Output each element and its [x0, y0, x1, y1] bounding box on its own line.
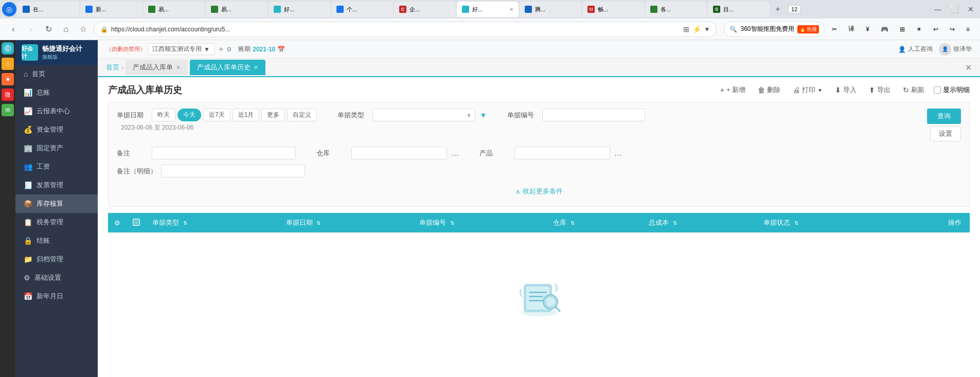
note-input[interactable] [152, 147, 296, 159]
yuan-tool[interactable]: ¥ [862, 22, 874, 37]
tab-item-2[interactable]: 新... [80, 2, 142, 17]
product-input[interactable] [514, 147, 610, 159]
delete-button[interactable]: 🗑 删除 [755, 83, 783, 97]
tab-item-8[interactable]: 好... ✕ [457, 2, 519, 17]
sidebar-item-closing[interactable]: 🔒 结账 [15, 231, 98, 250]
date-7days[interactable]: 近7天 [203, 109, 230, 121]
brightness-tool[interactable]: ☀ [912, 22, 926, 37]
refresh-button[interactable]: ↻ 刷新 [900, 83, 928, 97]
back-button[interactable]: ‹ [6, 22, 21, 37]
import-button[interactable]: ⬇ 导入 [832, 83, 860, 97]
page-tab-history[interactable]: 产成品入库单历史 ✕ [190, 60, 265, 75]
tab-list-close[interactable]: ✕ [176, 64, 181, 71]
tab-close-8[interactable]: ✕ [509, 7, 513, 12]
forward-nav[interactable]: ↪ [946, 22, 959, 37]
product-dots[interactable]: ... [614, 148, 622, 158]
page-tab-list[interactable]: 产成品入库单 ✕ [126, 60, 188, 75]
home-button[interactable]: ⌂ [59, 22, 73, 37]
new-tab-button[interactable]: + [771, 2, 785, 16]
grid-tool[interactable]: ⊞ [896, 22, 909, 37]
col-date[interactable]: 单据日期 ⇅ [280, 213, 414, 232]
sidebar-item-payroll[interactable]: 👥 工资 [15, 157, 98, 176]
tab-item-11[interactable]: 各... [645, 2, 707, 17]
export-button[interactable]: ⬆ 导出 [866, 83, 894, 97]
sidebar-item-fixed-asset[interactable]: 🏢 固定资产 [15, 139, 98, 157]
search-360[interactable]: 🔍 360智能抠图免费用 🔥 热搜 [724, 22, 825, 37]
tab-item-3[interactable]: 易... [143, 2, 205, 17]
col-no[interactable]: 单据编号 ⇅ [413, 213, 547, 232]
address-bar[interactable]: 🔒 https://cloud.chanjet.com/accounting/u… [94, 22, 717, 37]
org-selector[interactable]: 江西顺宝测试专用 ▼ [148, 43, 215, 55]
voucher-type-select[interactable] [372, 109, 475, 121]
show-detail-checkbox[interactable]: 显示明细 [934, 85, 970, 95]
tab-item-7[interactable]: C 企... [394, 2, 456, 17]
sidebar-item-archive[interactable]: 📁 归档管理 [15, 250, 98, 268]
calendar-icon[interactable]: 📅 [277, 46, 285, 53]
reload-button[interactable]: ↻ [41, 22, 56, 37]
extension-icon[interactable]: ⚡ [692, 25, 701, 33]
date-more[interactable]: 更多 [261, 109, 285, 121]
app-icon-weibo[interactable]: 微 [2, 88, 14, 101]
sidebar-item-cloud-report[interactable]: 📈 云报表中心 [15, 102, 98, 120]
sidebar-item-fund[interactable]: 💰 资金管理 [15, 120, 98, 139]
user-avatar[interactable]: 👤 徐泽华 [939, 43, 972, 56]
scissors-tool[interactable]: ✂ [828, 22, 841, 37]
forward-button[interactable]: › [24, 22, 38, 37]
dropdown-icon[interactable]: ▼ [704, 26, 710, 33]
query-button[interactable]: 查询 [927, 109, 961, 124]
restore-button[interactable]: ⬜ [947, 2, 961, 16]
col-checkbox[interactable] [127, 213, 146, 232]
tab-item-4[interactable]: 易... [206, 2, 268, 17]
bookmark-button[interactable]: ☆ [76, 22, 91, 37]
warehouse-input[interactable] [351, 147, 447, 159]
panel-close-button[interactable]: ✕ [965, 63, 972, 73]
app-icon-home[interactable]: ⌂ [2, 58, 14, 70]
sidebar-header[interactable]: 好会计 畅捷通好会计 旗舰版 [15, 40, 98, 65]
date-custom[interactable]: 自定义 [287, 109, 317, 121]
date-today[interactable]: 今天 [177, 109, 201, 121]
sidebar-item-basic[interactable]: ⚙ 基础设置 [15, 268, 98, 287]
col-warehouse[interactable]: 仓库 ⇅ [547, 213, 643, 232]
print-button[interactable]: 🖨 打印 ▼ [790, 83, 826, 97]
sidebar-item-home[interactable]: ⌂ 首页 [15, 65, 98, 83]
game-tool[interactable]: 🎮 [877, 22, 893, 37]
col-total-cost[interactable]: 总成本 ⇅ [643, 213, 757, 232]
warehouse-dots[interactable]: ... [451, 148, 459, 158]
tab-item-5[interactable]: 好... [269, 2, 330, 17]
date-1month[interactable]: 近1月 [233, 109, 260, 121]
note-detail-input[interactable] [161, 165, 305, 177]
close-browser-button[interactable]: ✕ [964, 2, 978, 16]
translate-tool[interactable]: 译 [844, 22, 859, 37]
tab-item-9[interactable]: 腾... [520, 2, 581, 17]
ai-consult-button[interactable]: 👤 人工咨询 [898, 45, 933, 53]
sidebar-item-inventory[interactable]: 📦 库存核算 [15, 194, 98, 213]
date-yesterday[interactable]: 昨天 [152, 109, 175, 121]
sidebar-item-tax[interactable]: 📋 税务管理 [15, 213, 98, 231]
voucher-type-select-wrap[interactable] [372, 109, 475, 121]
tab-history-close[interactable]: ✕ [254, 64, 258, 71]
back-nav[interactable]: ↩ [929, 22, 942, 37]
tab-item-1[interactable]: 在... [17, 2, 79, 17]
menu-button[interactable]: ≡ [962, 22, 974, 37]
app-icon-main[interactable]: C [2, 42, 14, 55]
set-button[interactable]: 设置 [930, 126, 961, 141]
add-org-button[interactable]: + [219, 45, 223, 54]
sidebar-item-new-period[interactable]: 📅 新年月日 [15, 287, 98, 306]
sidebar-item-general-ledger[interactable]: 📊 总账 [15, 83, 98, 102]
app-icon-mail[interactable]: ✉ [2, 104, 14, 116]
col-settings[interactable]: ⚙ [108, 213, 127, 232]
minimize-button[interactable]: — [931, 2, 945, 16]
tab-item-10[interactable]: M 畅... [582, 2, 644, 17]
col-type[interactable]: 单据类型 ⇅ [146, 213, 280, 232]
settings-icon[interactable]: ⚙ [226, 46, 232, 53]
tab-item-6[interactable]: 个... [331, 2, 393, 17]
voucher-no-input[interactable] [542, 109, 645, 121]
new-button[interactable]: + + 新增 [717, 83, 749, 97]
sidebar-item-invoice[interactable]: 🧾 发票管理 [15, 176, 98, 194]
breadcrumb-home[interactable]: 首页 [106, 63, 119, 72]
app-icon-star[interactable]: ★ [2, 73, 14, 85]
collapse-more-button[interactable]: ∧ 收起更多条件 [117, 183, 961, 200]
col-status[interactable]: 单据状态 ⇅ [757, 213, 891, 232]
apps-icon[interactable]: ⊞ [683, 25, 689, 33]
tab-item-12[interactable]: S 目... [708, 2, 770, 17]
